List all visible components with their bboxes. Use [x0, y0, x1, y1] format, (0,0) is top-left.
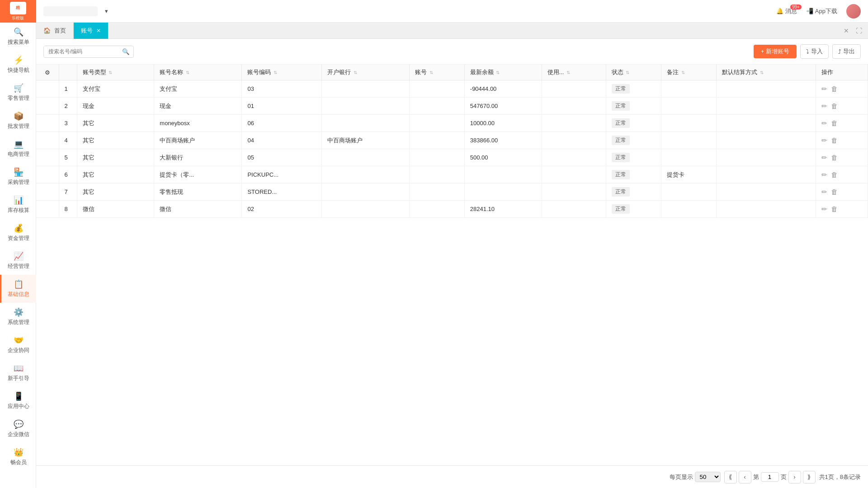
sidebar-item-app-center[interactable]: 📱 应用中心: [0, 387, 36, 415]
cell-type: 其它: [77, 166, 154, 183]
edit-button[interactable]: ✏: [821, 188, 827, 196]
sort-icon: ⇅: [354, 70, 357, 75]
cell-bank: 中百商场账户: [321, 132, 409, 149]
cell-settings: [36, 201, 59, 218]
cell-status: 正常: [606, 132, 661, 149]
edit-button[interactable]: ✏: [821, 136, 827, 145]
sidebar-item-label: 基础信息: [8, 291, 29, 298]
user-avatar[interactable]: [846, 4, 861, 19]
add-account-button[interactable]: + 新增账号: [754, 45, 797, 58]
sidebar-item-agreement[interactable]: 🤝 企业协同: [0, 331, 36, 359]
sidebar-item-retail[interactable]: 🛒 零售管理: [0, 79, 36, 107]
tab-close-icon[interactable]: ✕: [96, 28, 101, 34]
cell-name: 提货卡（零...: [154, 166, 242, 183]
cell-account: [410, 132, 465, 149]
edit-button[interactable]: ✏: [821, 154, 827, 162]
sidebar-item-guide[interactable]: 📖 新手引导: [0, 359, 36, 387]
col-status-label: 状态: [612, 69, 623, 75]
col-default-settle[interactable]: 默认结算方式 ⇅: [717, 65, 816, 80]
cell-action: ✏ 🗑: [816, 149, 868, 166]
delete-button[interactable]: 🗑: [831, 205, 838, 213]
accounts-search-wrap[interactable]: 🔍: [43, 46, 134, 58]
col-account[interactable]: 账号 ⇅: [410, 65, 465, 80]
cell-name: 现金: [154, 98, 242, 115]
sidebar-item-finance[interactable]: 💰 资金管理: [0, 219, 36, 247]
delete-button[interactable]: 🗑: [831, 188, 838, 196]
col-type[interactable]: 账号类型 ⇅: [77, 65, 154, 80]
col-settings[interactable]: ⚙: [36, 65, 59, 80]
tab-close-window-button[interactable]: ✕: [841, 25, 852, 36]
sidebar-item-ecommerce[interactable]: 💻 电商管理: [0, 135, 36, 163]
accounts-search-button[interactable]: 🔍: [118, 46, 133, 57]
cell-status: 正常: [606, 98, 661, 115]
topbar-search[interactable]: [43, 6, 98, 16]
prev-page-button[interactable]: ‹: [739, 471, 751, 483]
sidebar-item-label: 畅会员: [10, 459, 27, 466]
sidebar-item-operations[interactable]: 📈 经营管理: [0, 247, 36, 275]
search-menu-icon: 🔍: [14, 27, 24, 37]
cell-usage: [542, 183, 606, 201]
sidebar-item-system[interactable]: ⚙️ 系统管理: [0, 303, 36, 331]
sort-icon: ⇅: [681, 70, 685, 75]
tab-maximize-button[interactable]: ⛶: [854, 25, 864, 36]
col-usage[interactable]: 使用... ⇅: [542, 65, 606, 80]
sort-icon: ⇅: [760, 70, 764, 75]
edit-button[interactable]: ✏: [821, 119, 827, 127]
cell-index: 5: [59, 149, 77, 166]
next-page-button[interactable]: ›: [788, 471, 801, 483]
sidebar-item-wholesale[interactable]: 📦 批发管理: [0, 107, 36, 135]
accounts-search-input[interactable]: [44, 46, 118, 57]
col-name[interactable]: 账号名称 ⇅: [154, 65, 242, 80]
sidebar-item-basic-info[interactable]: 📋 基础信息: [0, 275, 36, 303]
cell-name: 零售抵现: [154, 183, 242, 201]
edit-button[interactable]: ✏: [821, 85, 827, 93]
edit-button[interactable]: ✏: [821, 171, 827, 179]
per-page-select[interactable]: 50 100 200: [695, 472, 721, 482]
page-input[interactable]: [761, 472, 779, 482]
sidebar-item-quick-nav[interactable]: ⚡ 快捷导航: [0, 51, 36, 79]
corp-wechat-icon: 💬: [14, 419, 24, 429]
topbar-dropdown[interactable]: ▾: [103, 8, 108, 14]
delete-button[interactable]: 🗑: [831, 171, 838, 179]
tab-home[interactable]: 🏠 首页: [36, 23, 74, 39]
sidebar-item-search-menu[interactable]: 🔍 搜索菜单: [0, 23, 36, 51]
cell-usage: [542, 115, 606, 132]
wholesale-icon: 📦: [14, 111, 24, 121]
cell-index: 7: [59, 183, 77, 201]
table-row: 6 其它 提货卡（零... PICKUPC... 正常 提货卡 ✏ 🗑: [36, 166, 868, 183]
edit-button[interactable]: ✏: [821, 102, 827, 110]
app-download-button[interactable]: 📲 App下载: [806, 7, 837, 15]
delete-button[interactable]: 🗑: [831, 154, 838, 162]
sidebar-item-corp-wechat[interactable]: 💬 企业微信: [0, 415, 36, 443]
first-page-button[interactable]: ⟪: [724, 471, 737, 483]
cell-status: 正常: [606, 201, 661, 218]
col-balance[interactable]: 最新余额 ⇅: [464, 65, 542, 80]
cell-code: 04: [242, 132, 321, 149]
cell-bank: [321, 149, 409, 166]
col-bank[interactable]: 开户银行 ⇅: [321, 65, 409, 80]
export-button[interactable]: ⤴ 导出: [832, 44, 861, 59]
tab-accounts[interactable]: 账号 ✕: [74, 23, 108, 39]
sort-icon: ⇅: [429, 70, 433, 75]
sidebar-item-member[interactable]: 👑 畅会员: [0, 443, 36, 471]
sidebar-item-purchase[interactable]: 🏪 采购管理: [0, 163, 36, 191]
col-code[interactable]: 账号编码 ⇅: [242, 65, 321, 80]
sidebar-item-label: 快捷导航: [8, 66, 29, 74]
delete-button[interactable]: 🗑: [831, 136, 838, 145]
col-status[interactable]: 状态 ⇅: [606, 65, 661, 80]
message-button[interactable]: 🔔 消息 99+: [776, 7, 797, 15]
topbar-search-input[interactable]: [48, 8, 93, 14]
status-badge: 正常: [612, 153, 630, 162]
delete-button[interactable]: 🗑: [831, 119, 838, 127]
sidebar-item-inventory[interactable]: 📊 库存核算: [0, 191, 36, 219]
ecommerce-icon: 💻: [14, 139, 24, 149]
delete-button[interactable]: 🗑: [831, 85, 838, 93]
edit-button[interactable]: ✏: [821, 205, 827, 213]
last-page-button[interactable]: ⟫: [803, 471, 816, 483]
member-icon: 👑: [14, 447, 24, 457]
col-remark[interactable]: 备注 ⇅: [661, 65, 717, 80]
cell-status: 正常: [606, 80, 661, 98]
import-button[interactable]: ⤵ 导入: [800, 44, 829, 59]
cell-remark: 提货卡: [661, 166, 717, 183]
delete-button[interactable]: 🗑: [831, 102, 838, 110]
